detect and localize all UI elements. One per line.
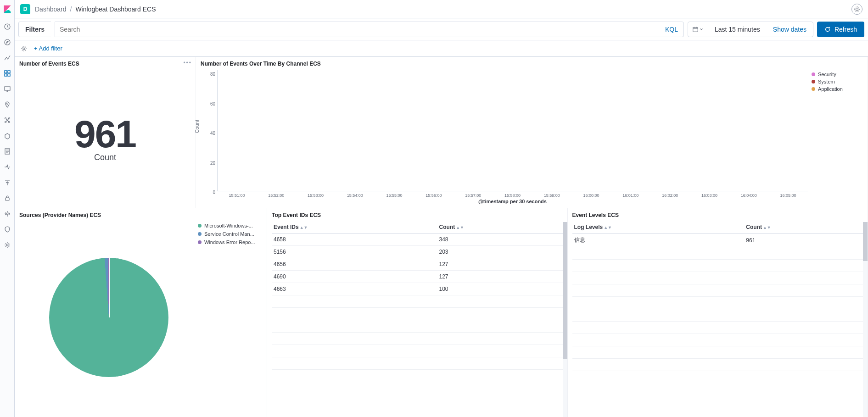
nav-ml-icon[interactable] — [4, 117, 11, 124]
panel-metric: Number of Events ECS ••• 961 Count — [15, 57, 196, 208]
help-icon[interactable] — [851, 4, 862, 15]
table-row — [572, 346, 863, 359]
add-filter-link[interactable]: + Add filter — [34, 45, 62, 52]
breadcrumb: Dashboard / Winlogbeat Dashboard ECS — [35, 6, 156, 13]
svg-rect-3 — [8, 71, 10, 73]
refresh-button[interactable]: Refresh — [817, 22, 864, 37]
nav-visualize-icon[interactable] — [4, 54, 11, 61]
legend-item-system[interactable]: System — [812, 79, 863, 84]
table-row — [572, 260, 863, 272]
date-picker: Last 15 minutes Show dates — [688, 22, 813, 37]
search-group: KQL — [55, 22, 684, 37]
pie-chart[interactable] — [49, 258, 168, 377]
table-row — [272, 320, 563, 333]
panel-menu-icon[interactable]: ••• — [183, 60, 192, 66]
nav-siem-icon[interactable] — [4, 195, 11, 202]
show-dates-link[interactable]: Show dates — [767, 26, 813, 33]
metric-value: 961 — [74, 112, 136, 156]
svg-point-14 — [6, 213, 8, 215]
event-levels-table: Log Levels▲▼ Count▲▼ 信息961 — [572, 221, 863, 371]
nav-logs-icon[interactable] — [4, 148, 11, 155]
top-bar: D Dashboard / Winlogbeat Dashboard ECS — [15, 0, 868, 18]
table-row — [272, 345, 563, 357]
nav-maps-icon[interactable] — [4, 101, 11, 108]
table-row — [272, 295, 563, 308]
panel-title: Number of Events Over Time By Channel EC… — [201, 61, 863, 67]
table-row — [572, 247, 863, 260]
table-header-count[interactable]: Count▲▼ — [437, 221, 563, 234]
pie-legend-item[interactable]: Windows Error Repo... — [198, 239, 262, 245]
search-input[interactable] — [55, 26, 660, 33]
table-row — [272, 333, 563, 345]
panel-pie: Sources (Provider Names) ECS Microsoft-W… — [15, 208, 267, 417]
bars-area[interactable] — [217, 70, 808, 191]
scrollbar[interactable] — [863, 222, 868, 417]
panel-title: Number of Events ECS — [19, 61, 191, 67]
nav-apm-icon[interactable] — [4, 163, 11, 171]
nav-canvas-icon[interactable] — [4, 85, 11, 93]
table-row — [272, 357, 563, 370]
nav-management-icon[interactable] — [4, 241, 11, 249]
svg-point-7 — [6, 103, 8, 105]
svg-rect-5 — [8, 74, 10, 76]
svg-rect-2 — [5, 71, 7, 73]
legend-item-security[interactable]: Security — [812, 72, 863, 77]
refresh-label: Refresh — [834, 26, 857, 33]
svg-point-15 — [6, 244, 8, 246]
table-row — [572, 359, 863, 371]
nav-dashboard-icon[interactable] — [4, 70, 11, 77]
top-events-table: Event IDs▲▼ Count▲▼ 46583485156203465612… — [272, 221, 563, 370]
pie-legend-item[interactable]: Microsoft-Windows-... — [198, 223, 262, 228]
nav-infra-icon[interactable] — [4, 132, 11, 139]
calendar-icon[interactable] — [688, 22, 708, 37]
table-row — [572, 297, 863, 309]
y-axis: Count 806040200 — [201, 70, 217, 204]
table-row — [572, 322, 863, 334]
nav-uptime-icon[interactable] — [4, 179, 11, 186]
table-row[interactable]: 5156203 — [272, 246, 563, 258]
table-row — [572, 272, 863, 284]
svg-point-19 — [23, 48, 25, 50]
panel-title: Sources (Provider Names) ECS — [19, 212, 262, 218]
kql-toggle[interactable]: KQL — [660, 26, 683, 33]
svg-rect-13 — [6, 198, 9, 200]
breadcrumb-leaf: Winlogbeat Dashboard ECS — [75, 6, 156, 13]
table-header-count[interactable]: Count▲▼ — [744, 221, 863, 234]
table-header-log-levels[interactable]: Log Levels▲▼ — [572, 221, 745, 234]
nav-monitoring-icon[interactable] — [4, 226, 11, 233]
table-header-event-ids[interactable]: Event IDs▲▼ — [272, 221, 437, 234]
filter-settings-icon[interactable] — [20, 45, 28, 52]
table-row[interactable]: 4663100 — [272, 283, 563, 295]
scrollbar[interactable] — [563, 222, 567, 417]
table-row — [572, 334, 863, 346]
pie-legend-item[interactable]: Service Control Man... — [198, 231, 262, 237]
table-row — [272, 308, 563, 320]
table-row[interactable]: 4690127 — [272, 271, 563, 283]
nav-dev-icon[interactable] — [4, 210, 11, 217]
metric-label: Count — [94, 153, 116, 162]
table-row — [572, 309, 863, 322]
svg-rect-18 — [693, 27, 698, 32]
svg-point-17 — [855, 6, 860, 11]
side-navigation — [0, 0, 15, 417]
table-row[interactable]: 4656127 — [272, 258, 563, 271]
nav-discover-icon[interactable] — [4, 39, 11, 46]
query-bar: Filters KQL Last 15 minutes Show dates R… — [15, 18, 868, 40]
y-axis-label: Count — [194, 119, 200, 133]
panel-barchart: Number of Events Over Time By Channel EC… — [196, 57, 868, 208]
svg-rect-6 — [5, 87, 10, 90]
nav-recent-icon[interactable] — [4, 23, 11, 30]
time-range-text[interactable]: Last 15 minutes — [708, 26, 767, 33]
svg-rect-4 — [5, 74, 7, 76]
filters-button[interactable]: Filters — [18, 22, 51, 37]
svg-point-1 — [5, 39, 10, 45]
table-row[interactable]: 信息961 — [572, 234, 863, 247]
panel-title: Event Levels ECS — [572, 212, 863, 218]
svg-point-16 — [856, 8, 858, 10]
legend-item-application[interactable]: Application — [812, 86, 863, 92]
breadcrumb-root[interactable]: Dashboard — [35, 6, 67, 13]
kibana-logo[interactable] — [2, 4, 13, 15]
table-row[interactable]: 4658348 — [272, 234, 563, 246]
panel-title: Top Event IDs ECS — [272, 212, 563, 218]
pie-legend: Microsoft-Windows-... Service Control Ma… — [198, 221, 262, 413]
